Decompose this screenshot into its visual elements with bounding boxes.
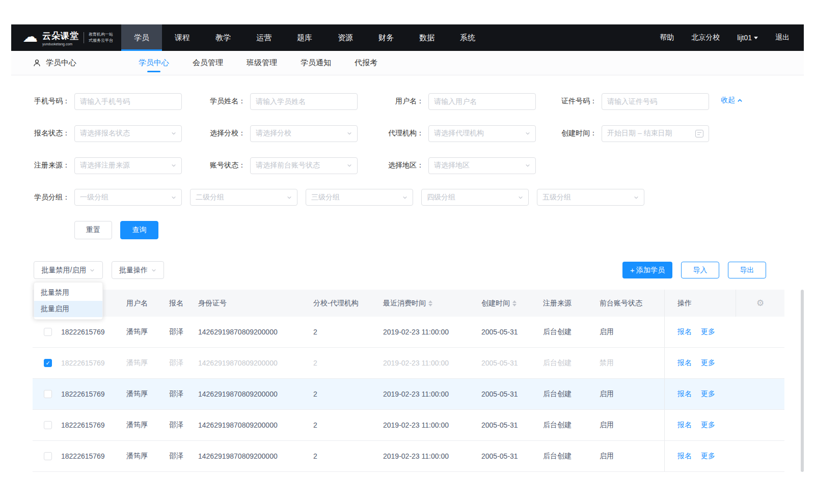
- cell-create-time: 2005-05-31: [481, 328, 543, 336]
- table-body: ✓ 18222615769 潘筠厚 邵泽 1426291987080920000…: [33, 317, 784, 472]
- table-row: ✓ 18222615769 潘筠厚 邵泽 1426291987080920000…: [33, 441, 784, 472]
- chevron-down-icon: [151, 268, 156, 273]
- row-more-link[interactable]: 更多: [701, 327, 715, 337]
- username-input[interactable]: [428, 93, 536, 110]
- cell-account-status: 启用: [600, 327, 664, 337]
- main-menu-item[interactable]: 财务: [366, 24, 406, 51]
- subnav-tab[interactable]: 代报考: [355, 51, 377, 75]
- cell-branch-agency: 2: [313, 421, 383, 429]
- enroll-status-select[interactable]: 请选择报名状态: [74, 125, 182, 142]
- brand-logo[interactable]: ☁ 云朵课堂 yunduoketang.com 教育机构一站 式服务云平台: [11, 24, 121, 51]
- cell-username: 潘筠厚: [126, 327, 169, 337]
- row-checkbox[interactable]: ✓: [44, 359, 52, 367]
- cell-enroll: 邵泽: [169, 327, 198, 337]
- cell-register-source: 后台创建: [543, 389, 600, 399]
- main-menu-item[interactable]: 系统: [447, 24, 488, 51]
- row-more-link[interactable]: 更多: [701, 421, 715, 430]
- search-button[interactable]: 查询: [120, 221, 158, 239]
- cell-username: 潘筠厚: [126, 421, 169, 430]
- collapse-link[interactable]: 收起: [721, 96, 743, 105]
- cell-register-source: 后台创建: [543, 421, 600, 430]
- campus-label: 选择分校：: [195, 129, 246, 138]
- register-source-select[interactable]: 请选择注册来源: [74, 157, 182, 174]
- vertical-scrollbar[interactable]: [801, 290, 804, 472]
- account-status-select[interactable]: 请选择前台账号状态: [250, 157, 358, 174]
- export-button[interactable]: 导出: [728, 262, 766, 278]
- user-menu[interactable]: lijt01: [737, 34, 758, 42]
- row-enroll-link[interactable]: 报名: [677, 358, 692, 368]
- batch-dropdown-item[interactable]: 批量启用: [34, 301, 102, 317]
- main-menu-item[interactable]: 资源: [325, 24, 366, 51]
- add-student-button[interactable]: + 添加学员: [622, 262, 672, 278]
- main-menu-item[interactable]: 数据: [406, 24, 447, 51]
- logout-link[interactable]: 退出: [775, 33, 790, 42]
- student-name-input[interactable]: [250, 93, 358, 110]
- branch-link[interactable]: 北京分校: [691, 33, 720, 42]
- row-enroll-link[interactable]: 报名: [677, 327, 692, 337]
- campus-select[interactable]: 请选择分校: [250, 125, 358, 142]
- row-enroll-link[interactable]: 报名: [677, 421, 692, 430]
- chevron-down-icon: [518, 195, 523, 200]
- cell-phone: 18222615769: [61, 452, 126, 460]
- row-more-link[interactable]: 更多: [701, 358, 715, 368]
- cloud-logo-icon: ☁: [22, 29, 38, 44]
- row-checkbox[interactable]: ✓: [44, 452, 52, 460]
- sort-icon[interactable]: [428, 300, 432, 306]
- cell-phone: 18222615769: [61, 421, 126, 429]
- chevron-down-icon: [90, 268, 95, 273]
- group-level-select[interactable]: 五级分组: [537, 189, 644, 206]
- main-menu-item[interactable]: 题库: [284, 24, 325, 51]
- row-checkbox[interactable]: ✓: [44, 390, 52, 398]
- cell-idcard: 14262919870809200000: [198, 421, 313, 429]
- row-enroll-link[interactable]: 报名: [677, 389, 692, 399]
- chevron-down-icon: [402, 195, 408, 200]
- row-more-link[interactable]: 更多: [701, 389, 715, 399]
- sort-icon[interactable]: [512, 300, 517, 306]
- table-row: ✓ 18222615769 潘筠厚 邵泽 1426291987080920000…: [33, 410, 784, 441]
- reset-button[interactable]: 重置: [74, 221, 112, 239]
- create-time-range-picker[interactable]: 开始日期 – 结束日期: [602, 125, 709, 142]
- import-button[interactable]: 导入: [681, 262, 719, 278]
- main-menu-item[interactable]: 学员: [121, 24, 162, 51]
- main-menu-item[interactable]: 教学: [203, 24, 243, 51]
- subnav-tab[interactable]: 会员管理: [193, 51, 223, 75]
- brand-tagline-2: 式服务云平台: [89, 38, 113, 44]
- chevron-down-icon: [171, 131, 176, 136]
- brand-name: 云朵课堂: [42, 30, 79, 42]
- cell-phone: 18222615769: [61, 359, 126, 367]
- batch-dropdown-item[interactable]: 批量禁用: [34, 285, 102, 301]
- help-link[interactable]: 帮助: [660, 33, 674, 42]
- cell-last-consume-time: 2019-02-23 11:00:00: [383, 328, 481, 336]
- batch-operate-button[interactable]: 批量操作: [112, 261, 164, 279]
- group-level-select[interactable]: 二级分组: [190, 189, 297, 206]
- subnav-tab[interactable]: 学员中心: [139, 51, 169, 75]
- cell-idcard: 14262919870809200000: [198, 328, 313, 336]
- header-create-time: 创建时间: [481, 299, 510, 308]
- agency-select[interactable]: 请选择代理机构: [428, 125, 536, 142]
- cell-last-consume-time: 2019-02-23 11:00:00: [383, 452, 481, 460]
- row-checkbox[interactable]: ✓: [44, 328, 52, 336]
- main-menu-item[interactable]: 运营: [243, 24, 284, 51]
- cell-branch-agency: 2: [313, 390, 383, 398]
- region-select[interactable]: 请选择地区: [428, 157, 536, 174]
- cell-phone: 18222615769: [61, 328, 126, 336]
- account-status-label: 账号状态：: [195, 161, 246, 170]
- header-action: 操作: [664, 290, 736, 317]
- row-enroll-link[interactable]: 报名: [677, 452, 692, 461]
- table-header: 用户名 报名 身份证号 分校-代理机构 最近消费时间 创建时间 注册来源 前台账…: [33, 290, 784, 317]
- group-level-select[interactable]: 三级分组: [306, 189, 413, 206]
- batch-toggle-button[interactable]: 批量禁用/启用: [34, 261, 103, 279]
- phone-input[interactable]: [74, 93, 182, 110]
- agency-label: 代理机构：: [368, 129, 424, 138]
- subnav-tab[interactable]: 班级管理: [247, 51, 277, 75]
- gear-icon[interactable]: ⚙: [756, 298, 764, 309]
- group-level-select[interactable]: 一级分组: [74, 189, 182, 206]
- cell-last-consume-time: 2019-02-23 11:00:00: [383, 359, 481, 367]
- subnav-tab[interactable]: 学员通知: [301, 51, 331, 75]
- id-number-input[interactable]: [602, 93, 709, 110]
- row-checkbox[interactable]: ✓: [44, 421, 52, 429]
- row-more-link[interactable]: 更多: [701, 452, 715, 461]
- group-level-select[interactable]: 四级分组: [421, 189, 529, 206]
- main-menu-item[interactable]: 课程: [162, 24, 203, 51]
- cell-idcard: 14262919870809200000: [198, 359, 313, 367]
